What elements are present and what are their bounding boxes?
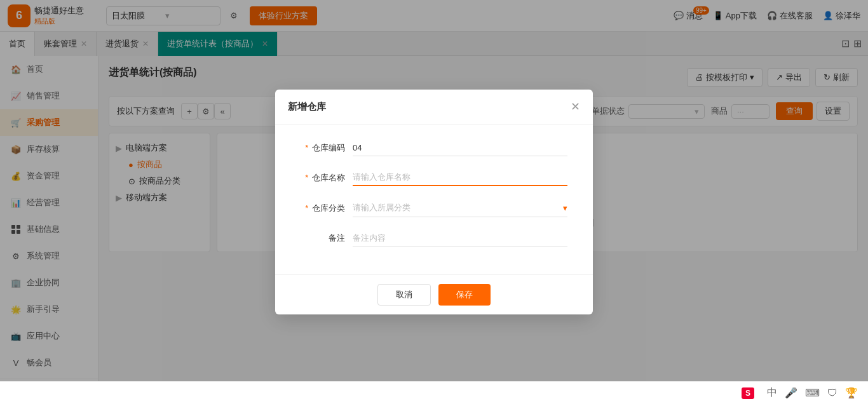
keyboard-icon[interactable]: ⌨	[805, 387, 820, 399]
modal-title: 新增仓库	[288, 101, 326, 113]
form-row-code: * 仓库编码	[301, 140, 567, 156]
new-warehouse-modal: 新增仓库 ✕ * 仓库编码 * 仓库名称	[275, 90, 593, 314]
modal-header: 新增仓库 ✕	[275, 90, 593, 125]
bottom-logo: S	[742, 387, 754, 399]
modal-overlay[interactable]: 新增仓库 ✕ * 仓库编码 * 仓库名称	[0, 0, 868, 404]
note-field-label: 备注	[301, 232, 345, 244]
modal-body: * 仓库编码 * 仓库名称 * 仓库分类 请输入所属	[275, 125, 593, 274]
form-row-category: * 仓库分类 请输入所属分类 ▾	[301, 199, 567, 217]
name-field-input[interactable]	[353, 169, 567, 186]
mic-icon[interactable]: 🎤	[785, 387, 797, 399]
code-field-label: * 仓库编码	[301, 142, 345, 154]
name-field-label: * 仓库名称	[301, 172, 345, 184]
category-select-arrow: ▾	[563, 203, 567, 213]
bottom-bar: S 中 🎤 ⌨ 🛡 🏆	[0, 381, 868, 404]
modal-close-button[interactable]: ✕	[571, 100, 580, 114]
form-row-name: * 仓库名称	[301, 169, 567, 186]
modal-footer: 取消 保存	[275, 274, 593, 314]
save-button[interactable]: 保存	[438, 284, 491, 306]
note-field-input[interactable]	[353, 230, 567, 246]
category-field-select[interactable]: 请输入所属分类 ▾	[353, 199, 567, 217]
form-row-note: 备注	[301, 230, 567, 246]
code-field-input[interactable]	[353, 140, 567, 156]
chinese-input-icon: 中	[767, 386, 777, 400]
category-field-label: * 仓库分类	[301, 203, 345, 214]
shield-bottom-icon[interactable]: 🛡	[827, 387, 837, 399]
trophy-icon[interactable]: 🏆	[845, 387, 858, 399]
cancel-button[interactable]: 取消	[377, 284, 431, 306]
